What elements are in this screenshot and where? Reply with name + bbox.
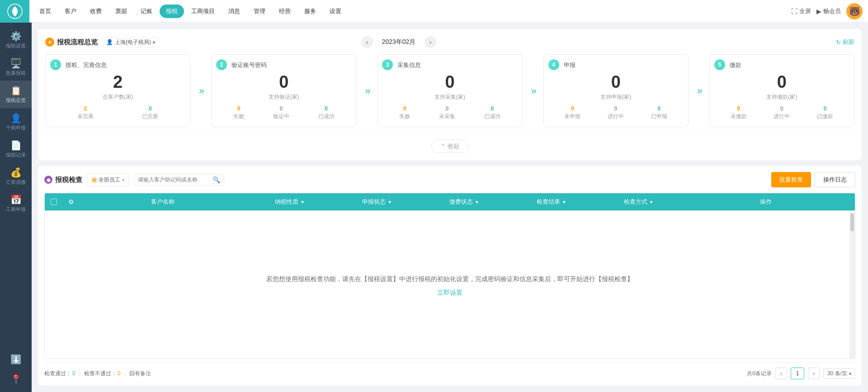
sidebar-item-tax-settings[interactable]: ⚙️ 报税设置 — [0, 26, 32, 53]
flow-cards: 1 授权、完善信息 2 总客户数(家) 2 未完善 0 已完善 — [45, 54, 854, 127]
prev-month-button[interactable]: ‹ — [361, 36, 373, 48]
sidebar-item-tax-overview[interactable]: 📋 报税总览 — [0, 81, 32, 108]
page-next-button[interactable]: › — [808, 368, 820, 379]
card-3-stat-1[interactable]: 0 失败 — [399, 105, 410, 120]
pass-value[interactable]: 0 — [72, 370, 75, 377]
sidebar-label-personal-tax: 个税申报 — [6, 125, 26, 131]
operation-log-button[interactable]: 操作日志 — [815, 172, 855, 187]
card-3-subtitle: 支持采集(家) — [385, 93, 514, 101]
nav-item-operation[interactable]: 经营 — [273, 5, 297, 18]
header-declare-status[interactable]: 申报状态 ▼ — [334, 193, 421, 210]
filter-dropdown-icon: ▾ — [122, 177, 124, 182]
sidebar-item-tax-records[interactable]: 📄 报税记录 — [0, 135, 32, 163]
sidebar-label-tax-records: 报税记录 — [6, 152, 26, 158]
nav-item-invoice[interactable]: 票据 — [109, 5, 133, 18]
card-1-subtitle: 总客户数(家) — [53, 93, 183, 101]
card-2-stat-2[interactable]: 0 验证中 — [273, 105, 289, 120]
header-check-method[interactable]: 检查方式 ▼ — [595, 193, 682, 210]
card-4-subtitle: 支持申报(家) — [551, 93, 681, 101]
location-icon: 👤 — [106, 39, 113, 45]
flow-card-4: 4 申报 0 支持申报(家) 0 未申报 0 进行中 — [543, 54, 689, 127]
check-section: ◉ 报税检查 ▦ 全部员工 ▾ 🔍 批量检查 操作日志 — [38, 166, 862, 386]
flow-arrow-4: » — [689, 85, 709, 97]
nav-item-bookkeeping[interactable]: 记账 — [134, 5, 159, 18]
check-footer: 检查通过： 0 | 检查不通过： 0 | 囧有备注 共0条记录 ‹ 1 › 30… — [44, 363, 855, 379]
batch-check-button[interactable]: 批量检查 — [771, 172, 811, 187]
card-5-stat-1[interactable]: 0 未缴款 — [731, 105, 747, 120]
fullscreen-button[interactable]: ⛶ 全屏 — [791, 7, 811, 15]
sidebar-item-annual-report[interactable]: 📅 工商年报 — [0, 190, 32, 217]
nav-item-home[interactable]: 首页 — [33, 5, 57, 18]
top-nav: 首页 客户 收费 票据 记账 报税 工商项目 消息 管理 经营 服务 设置 — [29, 5, 791, 18]
sidebar-item-settlement[interactable]: 💰 汇算清缴 — [0, 163, 32, 190]
check-title: ◉ 报税检查 — [44, 176, 82, 184]
nav-item-message[interactable]: 消息 — [222, 5, 246, 18]
nav-item-settings[interactable]: 设置 — [323, 5, 348, 18]
page-number: 1 — [791, 368, 804, 379]
card-2-stat-3[interactable]: 0 已成功 — [318, 105, 335, 120]
nav-item-business[interactable]: 工商项目 — [185, 5, 221, 18]
step-badge-5: 5 — [714, 59, 725, 70]
sidebar-item-batch-tax[interactable]: 🖥️ 批量报税 — [0, 53, 32, 81]
nav-item-manage[interactable]: 管理 — [247, 5, 272, 18]
card-5-stat-3[interactable]: 0 已缴款 — [817, 105, 833, 120]
flow-card-5: 5 缴款 0 支持缴款(家) 0 未缴款 0 进行中 — [709, 54, 854, 127]
step-badge-4: 4 — [548, 59, 559, 70]
header-check-result[interactable]: 检查结果 ▼ — [508, 193, 595, 210]
location-selector[interactable]: 👤 上海(电子税局) ▾ — [102, 37, 159, 48]
card-1-stat-1[interactable]: 2 未完善 — [77, 105, 94, 120]
nav-item-service[interactable]: 服务 — [298, 5, 322, 18]
card-2-title: 验证账号密码 — [219, 61, 349, 69]
content-area: + 报税流程总览 👤 上海(电子税局) ▾ ‹ 2023年02月 › ↻ 刷新 — [32, 23, 868, 392]
card-3-stat-2[interactable]: 0 未采集 — [439, 105, 455, 120]
card-5-subtitle: 支持缴款(家) — [717, 93, 847, 101]
card-2-subtitle: 支持验证(家) — [219, 93, 349, 101]
check-table: ⚙ 客户名称 纳税性质 ▼ 申报状态 ▼ 缴费状态 ▼ — [44, 193, 855, 359]
refresh-button[interactable]: ↻ 刷新 — [836, 38, 854, 46]
tax-overview-icon: 📋 — [10, 85, 22, 96]
card-2-stat-1[interactable]: 0 失败 — [233, 105, 244, 120]
setup-link[interactable]: 立即设置 — [437, 289, 462, 296]
overview-section: + 报税流程总览 👤 上海(电子税局) ▾ ‹ 2023年02月 › ↻ 刷新 — [38, 29, 862, 160]
empty-message: 若您想使用报税检查功能，请先在【报税设置】中进行报税的初始化设置，完成密码验证和… — [266, 272, 633, 285]
check-title-icon: ◉ — [44, 176, 52, 184]
next-month-button[interactable]: › — [425, 36, 436, 48]
header-checkbox[interactable] — [45, 194, 63, 210]
sidebar-download[interactable]: ⬇️ — [0, 349, 32, 369]
fail-value[interactable]: 0 — [118, 370, 121, 377]
member-button[interactable]: ▶ 畅会员 — [816, 7, 841, 15]
search-box: 🔍 — [134, 174, 224, 186]
annual-report-icon: 📅 — [10, 194, 22, 205]
sidebar-item-personal-tax[interactable]: 👤 个税申报 — [0, 108, 32, 135]
search-icon[interactable]: 🔍 — [212, 176, 220, 183]
collapse-button[interactable]: ⌃ 收起 — [431, 139, 469, 153]
settlement-icon: 💰 — [10, 167, 22, 178]
card-1-number: 2 — [53, 71, 183, 93]
header-tax-type[interactable]: 纳税性质 ▼ — [246, 193, 334, 210]
sidebar-location[interactable]: 📍 — [0, 369, 32, 389]
step-badge-1: 1 — [50, 59, 61, 70]
header-gear[interactable]: ⚙ — [63, 194, 79, 210]
per-page-dropdown-icon: ▾ — [849, 371, 851, 376]
card-4-stat-3[interactable]: 0 已申报 — [651, 105, 667, 120]
search-input[interactable] — [138, 177, 210, 183]
nav-item-customer[interactable]: 客户 — [58, 5, 83, 18]
employee-filter[interactable]: ▦ 全部员工 ▾ — [87, 173, 129, 186]
personal-tax-icon: 👤 — [10, 113, 22, 124]
nav-item-tax[interactable]: 报税 — [160, 5, 184, 18]
card-4-stat-1[interactable]: 0 未申报 — [564, 105, 580, 120]
card-3-stat-3[interactable]: 0 已成功 — [484, 105, 500, 120]
card-5-title: 缴款 — [717, 61, 847, 69]
card-5-stat-2[interactable]: 0 进行中 — [774, 105, 790, 120]
card-4-stat-2[interactable]: 0 进行中 — [608, 105, 624, 120]
collapse-bar: ⌃ 收起 — [45, 134, 854, 153]
card-4-title: 申报 — [551, 61, 681, 69]
nav-item-fee[interactable]: 收费 — [84, 5, 108, 18]
per-page-selector[interactable]: 30 条/页 ▾ — [823, 368, 855, 379]
date-nav: ‹ 2023年02月 › — [361, 36, 436, 48]
flow-card-1: 1 授权、完善信息 2 总客户数(家) 2 未完善 0 已完善 — [45, 54, 190, 127]
card-2-number: 0 — [219, 71, 349, 93]
page-prev-button[interactable]: ‹ — [775, 368, 787, 379]
header-pay-status[interactable]: 缴费状态 ▼ — [421, 193, 508, 210]
card-1-stat-2[interactable]: 0 已完善 — [142, 105, 158, 120]
